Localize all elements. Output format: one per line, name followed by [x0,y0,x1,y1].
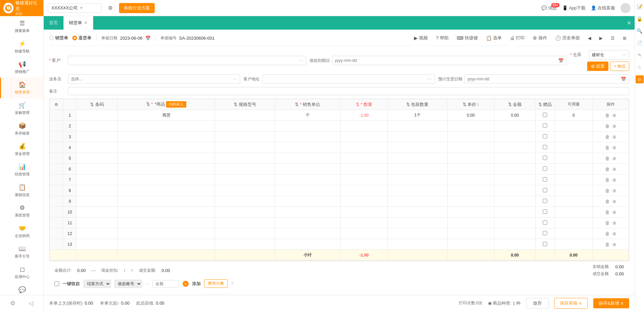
sidebar-item-marketing[interactable]: 📢 营销推广 [0,57,43,78]
expected-delivery-input[interactable] [467,77,619,81]
gift-checkbox[interactable] [543,188,547,192]
td-spec[interactable] [215,121,275,131]
td-product[interactable] [118,164,215,174]
app-download-btn[interactable]: 📱 App下载 [562,5,585,11]
copy-icon[interactable]: ⊕ [612,123,616,129]
print-btn[interactable]: 🖨 打印 [507,34,527,42]
logistics-btn[interactable]: + 物流 [610,62,629,71]
td-qty[interactable] [340,174,387,185]
delete-icon[interactable]: 🗑 [605,134,610,140]
td-gift[interactable] [535,121,555,131]
td-barcode[interactable] [77,239,118,250]
copy-icon[interactable]: ⊕ [612,156,616,161]
td-unit[interactable] [275,207,340,218]
td-product[interactable] [118,228,215,239]
td-barcode[interactable] [77,196,118,207]
th-pack-qty[interactable]: ⇅ 包装数量 [388,99,448,110]
td-product[interactable] [118,121,215,131]
td-barcode[interactable] [77,142,118,153]
td-barcode[interactable] [77,174,118,185]
td-gift[interactable] [535,153,555,164]
copy-icon[interactable]: ⊕ [612,188,616,193]
td-product[interactable] [118,174,215,185]
td-price[interactable] [447,131,494,142]
customer-more-icon[interactable]: ··· [299,57,303,64]
copy-icon[interactable]: ⊕ [612,220,616,226]
td-pack-qty[interactable] [388,174,448,185]
due-date-input-wrapper[interactable]: 📅 [332,56,567,65]
td-gift[interactable] [535,239,555,250]
td-barcode[interactable] [77,185,118,196]
remark-input[interactable] [68,87,629,95]
td-price[interactable]: 0.00 [447,110,494,121]
sidebar-item-operations[interactable]: 📊 经营管理 [0,160,43,180]
online-service-btn[interactable]: 👤 在线客服 [591,5,615,11]
customer-addr-input[interactable] [265,77,426,81]
td-spec[interactable] [215,110,275,121]
next-btn[interactable]: ▶ [597,34,605,42]
tab-sales-order[interactable]: 销货单 ✕ [64,16,93,30]
delete-icon[interactable]: 🗑 [605,188,610,193]
td-pack-qty[interactable] [388,164,448,174]
sidebar-item-basic-info[interactable]: 📋 基础信息 [0,180,43,201]
td-unit[interactable] [275,218,340,228]
price-info-icon[interactable]: ℹ [477,102,479,107]
copy-icon[interactable]: ⊕ [612,145,616,150]
window-close-icon[interactable]: ✕ [627,20,631,26]
td-gift[interactable] [535,164,555,174]
warehouse-input-wrapper[interactable]: 建材仓 ··· [589,50,629,60]
td-qty[interactable] [340,153,387,164]
td-barcode[interactable] [77,228,118,239]
copy-icon[interactable]: ⊕ [612,199,616,204]
td-spec[interactable] [215,153,275,164]
save-draft-btn[interactable]: 保存草稿 ∧ [554,298,588,309]
copy-icon[interactable]: ⊕ [612,231,616,236]
td-amount[interactable] [494,185,535,196]
shortcut-btn[interactable]: ⌨ 快捷键 [454,34,481,42]
payment-method-select[interactable]: 结算方式 [83,280,111,288]
td-barcode[interactable] [77,153,118,164]
tab-home[interactable]: 首页 [44,16,64,30]
delete-icon[interactable]: 🗑 [605,166,610,172]
td-spec[interactable] [215,218,275,228]
dots-icon[interactable]: ··· [145,281,149,286]
td-amount[interactable] [494,174,535,185]
td-price[interactable] [447,174,494,185]
help-btn[interactable]: ? 帮助 [433,34,451,42]
rp-btn-1[interactable]: 📝 [636,3,644,11]
th-product[interactable]: ⇅ * *商品 扫码录入 [118,99,215,110]
th-gift[interactable]: ⇅ 赠品 [535,99,555,110]
td-barcode[interactable] [77,121,118,131]
grid-view-btn[interactable]: ⊞ [620,34,629,42]
td-unit[interactable] [275,131,340,142]
salesperson-input[interactable] [71,77,231,81]
td-spec[interactable] [215,142,275,153]
td-qty[interactable] [340,131,387,142]
td-qty[interactable] [340,228,387,239]
td-product[interactable] [118,196,215,207]
sidebar-item-system[interactable]: ⚙ 系统管理 [0,201,43,221]
sidebar-item-guide[interactable]: 📖 新手引导 [0,242,43,262]
sidebar-item-quick-nav[interactable]: ⚡ 快捷导航 [0,37,43,57]
delete-icon[interactable]: 🗑 [605,177,610,183]
delete-icon[interactable]: 🗑 [605,199,610,204]
abandon-btn[interactable]: 放弃 [526,298,549,309]
td-product[interactable] [118,239,215,250]
td-barcode[interactable] [77,110,118,121]
td-qty[interactable] [340,185,387,196]
td-unit[interactable] [275,153,340,164]
td-gift[interactable] [535,218,555,228]
gift-checkbox[interactable] [543,156,547,160]
th-barcode[interactable]: ⇅ 条码 [77,99,118,110]
td-gift[interactable] [535,185,555,196]
td-price[interactable] [447,218,494,228]
td-pack-qty[interactable] [388,131,448,142]
td-unit[interactable] [275,239,340,250]
td-unit[interactable] [275,174,340,185]
td-unit[interactable] [275,185,340,196]
tab-close-icon[interactable]: ✕ [84,21,87,25]
message-btn[interactable]: 💬 消息 99+ [541,5,557,11]
td-pack-qty[interactable] [388,121,448,131]
gift-checkbox[interactable] [543,134,547,139]
td-unit[interactable] [275,121,340,131]
